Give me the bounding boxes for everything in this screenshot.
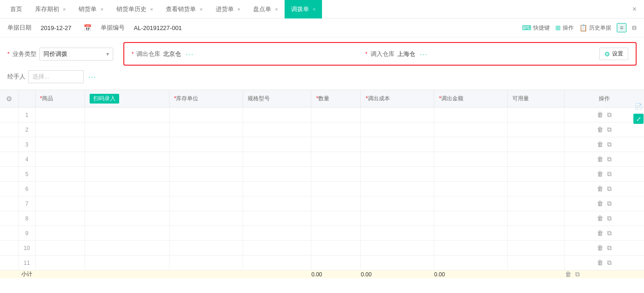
row-product-8[interactable]: [35, 211, 85, 226]
tab-close-view-sales[interactable]: ×: [200, 6, 202, 12]
row-product-10[interactable]: [35, 241, 85, 256]
row-spec-3[interactable]: [243, 137, 311, 152]
row-product-9[interactable]: [35, 226, 85, 241]
row-amount-6[interactable]: [434, 182, 508, 196]
row-amount-11[interactable]: [434, 256, 508, 270]
out-warehouse-more-btn[interactable]: ···: [186, 50, 194, 58]
layout-list-btn[interactable]: ≡: [617, 23, 626, 32]
row-cost-1[interactable]: [361, 108, 434, 122]
row-product-7[interactable]: [35, 196, 85, 211]
row-delete-icon-10[interactable]: 🗑: [597, 244, 603, 251]
row-unit-11[interactable]: [169, 256, 243, 270]
tab-close-inventory-check[interactable]: ×: [275, 6, 278, 12]
row-product-5[interactable]: [35, 167, 85, 182]
row-product-11[interactable]: [35, 256, 85, 270]
row-copy-icon-7[interactable]: ⧉: [607, 200, 612, 207]
row-spec-11[interactable]: [243, 256, 311, 270]
tab-inventory-init[interactable]: 库存期初 ×: [29, 0, 72, 18]
tab-sales-order[interactable]: 销货单 ×: [72, 0, 109, 18]
row-copy-icon-1[interactable]: ⧉: [607, 111, 612, 118]
row-cost-11[interactable]: [361, 256, 434, 270]
scan-btn[interactable]: 扫码录入: [90, 94, 119, 104]
tab-close-sales-order[interactable]: ×: [100, 6, 103, 12]
tab-transfer-order[interactable]: 调拨单 ×: [285, 0, 322, 18]
row-amount-5[interactable]: [434, 167, 508, 182]
tab-inventory-check[interactable]: 盘点单 ×: [247, 0, 284, 18]
row-delete-icon-1[interactable]: 🗑: [597, 111, 603, 118]
row-spec-7[interactable]: [243, 196, 311, 211]
row-unit-9[interactable]: [169, 226, 243, 241]
row-cost-6[interactable]: [361, 182, 434, 196]
row-unit-6[interactable]: [169, 182, 243, 196]
footer-delete-icon[interactable]: 🗑: [565, 270, 571, 278]
row-spec-5[interactable]: [243, 167, 311, 182]
in-warehouse-more-btn[interactable]: ···: [420, 50, 428, 58]
row-amount-10[interactable]: [434, 241, 508, 256]
row-qty-1[interactable]: [311, 108, 361, 122]
row-product-6[interactable]: [35, 182, 85, 196]
row-qty-3[interactable]: [311, 137, 361, 152]
operations-btn[interactable]: ⊞ 操作: [555, 24, 574, 32]
row-qty-9[interactable]: [311, 226, 361, 241]
sidebar-expand-btn[interactable]: ⤢: [633, 114, 644, 124]
row-copy-icon-10[interactable]: ⧉: [607, 244, 612, 251]
row-unit-3[interactable]: [169, 137, 243, 152]
row-qty-8[interactable]: [311, 211, 361, 226]
row-copy-icon-6[interactable]: ⧉: [607, 185, 612, 192]
row-spec-8[interactable]: [243, 211, 311, 226]
sidebar-doc-btn[interactable]: 📄: [634, 102, 643, 111]
row-product-4[interactable]: [35, 152, 85, 167]
row-spec-2[interactable]: [243, 122, 311, 137]
row-qty-5[interactable]: [311, 167, 361, 182]
col-setting[interactable]: ⚙: [0, 90, 18, 108]
row-cost-2[interactable]: [361, 122, 434, 137]
row-unit-10[interactable]: [169, 241, 243, 256]
row-unit-4[interactable]: [169, 152, 243, 167]
row-cost-4[interactable]: [361, 152, 434, 167]
tab-close-transfer-order[interactable]: ×: [313, 6, 316, 12]
row-amount-4[interactable]: [434, 152, 508, 167]
row-delete-icon-6[interactable]: 🗑: [597, 185, 603, 192]
tab-purchase-order[interactable]: 进货单 ×: [209, 0, 247, 18]
row-qty-11[interactable]: [311, 256, 361, 270]
calendar-icon[interactable]: 📅: [84, 24, 91, 31]
row-qty-2[interactable]: [311, 122, 361, 137]
row-spec-1[interactable]: [243, 108, 311, 122]
window-close-button[interactable]: ×: [629, 5, 640, 13]
row-product-1[interactable]: [35, 108, 85, 122]
row-copy-icon-2[interactable]: ⧉: [607, 126, 612, 133]
row-delete-icon-5[interactable]: 🗑: [597, 170, 603, 177]
row-spec-9[interactable]: [243, 226, 311, 241]
row-amount-7[interactable]: [434, 196, 508, 211]
row-unit-1[interactable]: [169, 108, 243, 122]
tab-home[interactable]: 首页: [4, 0, 29, 18]
handler-select[interactable]: 选择...: [28, 70, 84, 83]
handler-more-btn[interactable]: ···: [88, 73, 97, 80]
row-delete-icon-2[interactable]: 🗑: [597, 126, 603, 133]
row-amount-3[interactable]: [434, 137, 508, 152]
history-docs-btn[interactable]: 📋 历史单据: [579, 24, 611, 32]
row-product-2[interactable]: [35, 122, 85, 137]
quick-keys-btn[interactable]: ⌨ 快捷键: [522, 24, 550, 32]
row-cost-9[interactable]: [361, 226, 434, 241]
row-cost-10[interactable]: [361, 241, 434, 256]
tab-sales-history[interactable]: 销货单历史 ×: [110, 0, 159, 18]
row-cost-8[interactable]: [361, 211, 434, 226]
row-amount-8[interactable]: [434, 211, 508, 226]
row-product-3[interactable]: [35, 137, 85, 152]
row-spec-4[interactable]: [243, 152, 311, 167]
row-spec-10[interactable]: [243, 241, 311, 256]
row-delete-icon-8[interactable]: 🗑: [597, 214, 603, 222]
row-cost-3[interactable]: [361, 137, 434, 152]
row-copy-icon-8[interactable]: ⧉: [607, 214, 612, 222]
row-unit-5[interactable]: [169, 167, 243, 182]
footer-copy-icon[interactable]: ⧉: [575, 270, 580, 278]
row-amount-1[interactable]: [434, 108, 508, 122]
row-copy-icon-9[interactable]: ⧉: [607, 229, 612, 237]
row-amount-2[interactable]: [434, 122, 508, 137]
settings-button[interactable]: ⚙ 设置: [599, 48, 628, 60]
row-qty-6[interactable]: [311, 182, 361, 196]
row-copy-icon-4[interactable]: ⧉: [607, 155, 612, 163]
tab-view-sales[interactable]: 查看销货单 ×: [159, 0, 209, 18]
row-cost-5[interactable]: [361, 167, 434, 182]
